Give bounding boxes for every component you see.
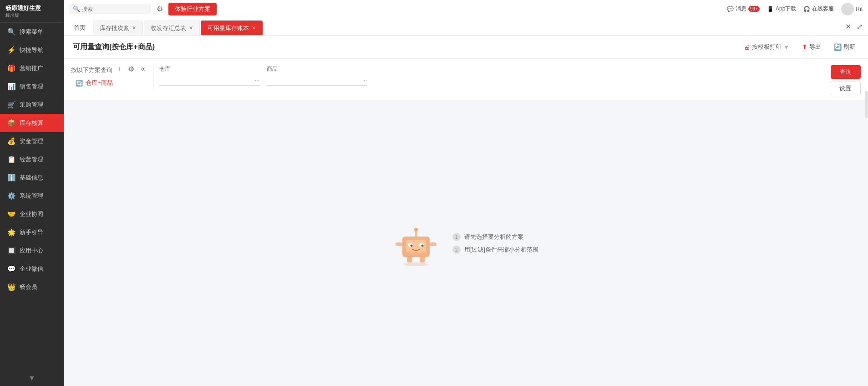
empty-state: 1 请先选择要分析的方案 2 用[过滤]条件来缩小分析范围 xyxy=(64,100,868,386)
sidebar: 畅康通好生意 标准版 🔍搜索菜单⚡快捷导航🎁营销推广📊销售管理🛒采购管理📦库存核… xyxy=(0,0,64,386)
sidebar-label-enterprise-collab: 企业协同 xyxy=(20,210,43,218)
topbar-right: 💬 消息 99+ 📱 App下载 🎧 在线客服 Rit xyxy=(727,3,863,15)
print-icon: 🖨 xyxy=(744,43,750,51)
product-more-icon[interactable]: ··· xyxy=(362,77,367,83)
sidebar-icon-app-center: 🔲 xyxy=(7,247,16,255)
sidebar-icon-capital-mgmt: 💰 xyxy=(7,137,16,145)
headphone-icon: 🎧 xyxy=(803,6,810,12)
refresh-label: 刷新 xyxy=(843,43,855,51)
filter-field-warehouse: 仓库 ··· xyxy=(159,65,259,86)
product-field-label: 商品 xyxy=(267,65,367,73)
tabbar-right-actions: ✕ ⤢ xyxy=(840,18,868,35)
sidebar-scroll-down-button[interactable]: ▼ xyxy=(0,371,64,386)
sidebar-item-marketing-promo[interactable]: 🎁营销推广 xyxy=(0,59,64,77)
sidebar-logo-title: 畅康通好生意 xyxy=(5,5,58,12)
sidebar-label-app-center: 应用中心 xyxy=(20,247,43,255)
sidebar-item-basic-info[interactable]: ℹ️基础信息 xyxy=(0,169,64,187)
sidebar-label-sales-mgmt: 销售管理 xyxy=(20,82,43,91)
warehouse-field-label: 仓库 xyxy=(159,65,259,73)
trial-button[interactable]: 体验行业方案 xyxy=(168,3,217,15)
sidebar-item-inventory-calc[interactable]: 📦库存核算 xyxy=(0,114,64,132)
settings-icon[interactable]: ⚙ xyxy=(155,3,165,15)
tab-close-available-ledger[interactable]: ✕ xyxy=(252,25,256,31)
sidebar-item-shortcut[interactable]: ⚡快捷导航 xyxy=(0,41,64,59)
filter-area: 按以下方案查询 ＋ ⚙ « 🔄 仓库+商品 仓库 ··· xyxy=(64,59,868,100)
warehouse-input[interactable] xyxy=(159,77,253,83)
product-input[interactable] xyxy=(267,77,360,83)
manage-scheme-button[interactable]: ⚙ xyxy=(126,64,136,74)
svg-rect-11 xyxy=(420,256,425,262)
close-tab-button[interactable]: ✕ xyxy=(843,21,853,33)
empty-icon xyxy=(393,221,439,266)
search-input[interactable] xyxy=(82,6,137,12)
expand-tab-button[interactable]: ⤢ xyxy=(855,21,864,33)
tab-close-batch-ledger[interactable]: ✕ xyxy=(132,25,136,31)
collapse-filter-button[interactable]: « xyxy=(138,64,148,74)
filter-fields: 仓库 ··· 商品 ··· xyxy=(159,63,824,86)
scheme-label: 仓库+商品 xyxy=(86,79,113,87)
tab-batch-ledger[interactable]: 库存批次账 ✕ xyxy=(93,21,143,35)
tab-home[interactable]: 首页 xyxy=(67,21,92,35)
export-button[interactable]: ⬆ 导出 xyxy=(798,41,825,53)
app-download-label: App下载 xyxy=(776,5,796,13)
sidebar-item-capital-mgmt[interactable]: 💰资金管理 xyxy=(0,132,64,150)
hint-text-2: 用[过滤]条件来缩小分析范围 xyxy=(464,246,538,254)
svg-point-5 xyxy=(421,244,423,247)
sidebar-item-system-mgmt[interactable]: ⚙️系统管理 xyxy=(0,187,64,205)
hint-number-2: 2 xyxy=(452,246,461,254)
sidebar-icon-search: 🔍 xyxy=(7,28,16,36)
svg-point-7 xyxy=(414,228,418,232)
tab-available-ledger-label: 可用量库存账本 xyxy=(208,24,249,32)
settings-filter-button[interactable]: 设置 xyxy=(830,82,861,95)
avatar xyxy=(841,3,854,15)
refresh-button[interactable]: 🔄 刷新 xyxy=(830,41,859,53)
page-content: 可用量查询(按仓库+商品) 🖨 按模板打印 ▼ ⬆ 导出 🔄 刷新 xyxy=(64,36,868,386)
sidebar-label-enterprise-wechat: 企业微信 xyxy=(20,265,43,273)
sidebar-label-system-mgmt: 系统管理 xyxy=(20,192,43,200)
sidebar-item-ops-mgmt[interactable]: 📋经营管理 xyxy=(0,150,64,169)
online-service-button[interactable]: 🎧 在线客服 xyxy=(803,5,834,13)
message-button[interactable]: 💬 消息 99+ xyxy=(727,5,760,13)
refresh-icon: 🔄 xyxy=(834,43,842,51)
sidebar-item-purchase-mgmt[interactable]: 🛒采购管理 xyxy=(0,96,64,114)
filter-scheme-header: 按以下方案查询 ＋ ⚙ « xyxy=(71,63,148,74)
sidebar-item-vip[interactable]: 👑畅会员 xyxy=(0,278,64,296)
sidebar-item-new-guide[interactable]: 🌟新手引导 xyxy=(0,223,64,242)
sidebar-item-app-center[interactable]: 🔲应用中心 xyxy=(0,242,64,260)
sidebar-item-enterprise-collab[interactable]: 🤝企业协同 xyxy=(0,205,64,223)
empty-state-inner: 1 请先选择要分析的方案 2 用[过滤]条件来缩小分析范围 xyxy=(393,221,538,266)
query-button[interactable]: 查询 xyxy=(831,65,861,79)
user-avatar-area[interactable]: Rit xyxy=(841,3,863,15)
tab-receive-summary-label: 收发存汇总表 xyxy=(151,24,186,32)
sidebar-icon-inventory-calc: 📦 xyxy=(7,119,16,127)
sidebar-icon-shortcut: ⚡ xyxy=(7,46,16,54)
tab-close-receive-summary[interactable]: ✕ xyxy=(189,25,193,31)
scrollbar-track[interactable] xyxy=(865,91,868,118)
sidebar-label-new-guide: 新手引导 xyxy=(20,228,43,237)
warehouse-more-icon[interactable]: ··· xyxy=(255,77,259,83)
sidebar-icon-ops-mgmt: 📋 xyxy=(7,155,16,164)
scheme-item-warehouse-product[interactable]: 🔄 仓库+商品 xyxy=(71,76,148,90)
empty-hint-2: 2 用[过滤]条件来缩小分析范围 xyxy=(452,246,538,254)
svg-rect-9 xyxy=(430,242,437,246)
filter-scheme-list: 按以下方案查询 ＋ ⚙ « 🔄 仓库+商品 xyxy=(71,63,154,90)
print-button[interactable]: 🖨 按模板打印 ▼ xyxy=(740,41,793,53)
svg-rect-10 xyxy=(407,256,412,262)
phone-icon: 📱 xyxy=(767,6,774,12)
sidebar-label-inventory-calc: 库存核算 xyxy=(20,119,43,127)
sidebar-item-sales-mgmt[interactable]: 📊销售管理 xyxy=(0,77,64,96)
app-download-button[interactable]: 📱 App下载 xyxy=(767,5,796,13)
online-service-label: 在线客服 xyxy=(812,5,834,13)
tab-available-ledger[interactable]: 可用量库存账本 ✕ xyxy=(201,21,263,35)
sidebar-item-enterprise-wechat[interactable]: 💬企业微信 xyxy=(0,260,64,278)
scheme-icon: 🔄 xyxy=(76,80,83,87)
add-scheme-button[interactable]: ＋ xyxy=(114,64,124,74)
hint-number-1: 1 xyxy=(452,233,461,241)
sidebar-item-search[interactable]: 🔍搜索菜单 xyxy=(0,23,64,41)
tab-receive-summary[interactable]: 收发存汇总表 ✕ xyxy=(144,21,200,35)
message-badge: 99+ xyxy=(748,6,760,12)
export-icon: ⬆ xyxy=(802,43,807,51)
filter-label: 按以下方案查询 xyxy=(71,63,112,74)
message-icon: 💬 xyxy=(727,6,734,12)
print-dropdown-icon[interactable]: ▼ xyxy=(783,44,789,51)
